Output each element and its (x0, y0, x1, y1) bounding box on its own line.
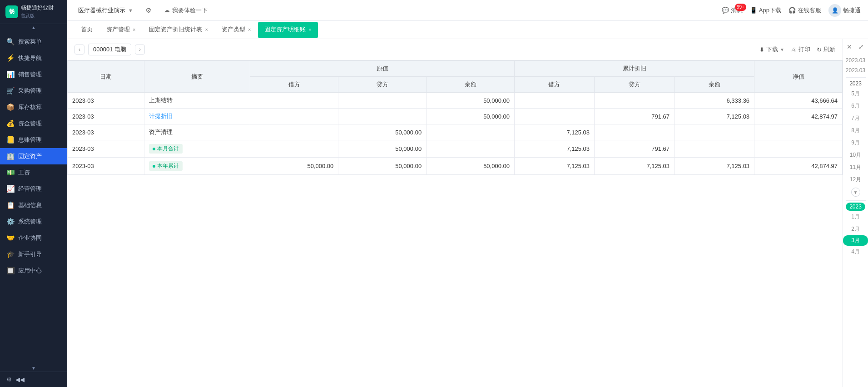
sidebar-item-label: 企业协同 (18, 234, 42, 242)
timeline-month-2[interactable]: 2月 (843, 223, 868, 235)
app-name: 畅捷通好业财 (21, 5, 54, 12)
online-service-button[interactable]: 🎧 在线客服 (789, 6, 821, 15)
timeline-month-10[interactable]: 10月 (843, 149, 868, 161)
col-summary: 摘要 (144, 61, 250, 93)
toolbar-right: ⬇ 下载 ▼ 🖨 打印 ↻ 刷新 (759, 45, 835, 54)
experience-label: 我要体验一下 (172, 6, 208, 15)
refresh-button[interactable]: ↻ 刷新 (817, 45, 835, 54)
system-icon: ⚙️ (6, 218, 15, 226)
timeline-month-8[interactable]: 8月 (843, 124, 868, 137)
sidebar-item-system[interactable]: ⚙️ 系统管理 (0, 213, 67, 230)
tab-depreciation-stats[interactable]: 固定资产折旧统计表 × (143, 22, 214, 38)
col-orig-balance: 余额 (427, 77, 515, 93)
tab-asset-detail-close[interactable]: × (308, 27, 311, 32)
company-dropdown-icon: ▼ (128, 8, 133, 13)
tab-asset-detail[interactable]: 固定资产明细账 × (258, 22, 317, 38)
tab-asset-type[interactable]: 资产类型 × (215, 22, 257, 38)
table-row: 2023-03计提折旧50,000.00791.677,125.0342,874… (68, 109, 843, 124)
timeline-year-2023-top: 2023 (849, 79, 862, 88)
company-name: 医疗器械行业演示 (78, 6, 125, 15)
timeline-month-3[interactable]: 3月 (843, 235, 868, 246)
sidebar-item-salary[interactable]: 💵 工资 (0, 164, 67, 181)
timeline-month-4[interactable]: 4月 (843, 246, 868, 258)
timeline-year-2023-bottom: 2023 (846, 203, 865, 211)
timeline-month-6[interactable]: 6月 (843, 100, 868, 112)
next-asset-button[interactable]: › (135, 45, 145, 55)
table-row: 2023-03本月合计50,000.007,125.03791.67 (68, 140, 843, 158)
panel-close-button[interactable]: ✕ (844, 42, 854, 52)
col-acc-balance: 余额 (675, 77, 754, 93)
sidebar-item-quick-nav[interactable]: ⚡ 快捷导航 (0, 50, 67, 66)
sidebar-item-ledger[interactable]: 📒 总账管理 (0, 132, 67, 148)
detail-area: ‹ 000001 电脑 › ⬇ 下载 ▼ 🖨 打印 (67, 39, 843, 387)
tab-asset-mgmt[interactable]: 资产管理 × (100, 22, 142, 38)
sidebar-item-label: 工资 (18, 169, 30, 177)
user-avatar: 👤 (828, 4, 841, 17)
prev-icon: ‹ (79, 46, 80, 53)
service-icon: 🎧 (789, 7, 796, 14)
timeline-month-7[interactable]: 7月 (843, 112, 868, 124)
scroll-bottom-indicator: ▼ (0, 365, 67, 372)
tab-asset-mgmt-close[interactable]: × (133, 27, 135, 32)
topbar-settings-button[interactable]: ⚙ (142, 4, 155, 17)
sidebar-item-fixed-assets[interactable]: 🏢 固定资产 (0, 148, 67, 164)
app-logo-icon: 畅 (5, 5, 18, 18)
timeline-month-11[interactable]: 11月 (843, 161, 868, 174)
summary-link[interactable]: 计提折旧 (149, 113, 173, 119)
print-button[interactable]: 🖨 打印 (791, 45, 810, 54)
topbar: 医疗器械行业演示 ▼ ⚙ ☁ 我要体验一下 💬 消息 99+ 📱 App下载 🎧… (67, 0, 868, 21)
tab-depreciation-stats-close[interactable]: × (205, 27, 208, 32)
sidebar-item-app-center[interactable]: 🔲 应用中心 (0, 263, 67, 279)
sidebar-item-search[interactable]: 🔍 搜索菜单 (0, 34, 67, 50)
table-row: 2023-03上期结转50,000.006,333.3643,666.64 (68, 93, 843, 109)
main-content: 医疗器械行业演示 ▼ ⚙ ☁ 我要体验一下 💬 消息 99+ 📱 App下载 🎧… (67, 0, 868, 387)
topbar-right: 💬 消息 99+ 📱 App下载 🎧 在线客服 👤 畅捷通 (722, 4, 861, 17)
download-button[interactable]: ⬇ 下载 ▼ (759, 45, 784, 54)
sidebar-item-inventory[interactable]: 📦 库存核算 (0, 99, 67, 115)
download-dropdown-icon: ▼ (780, 47, 784, 52)
sidebar-item-label: 采购管理 (18, 87, 42, 95)
salary-icon: 💵 (6, 169, 15, 177)
app-download-button[interactable]: 📱 App下载 (750, 6, 781, 15)
timeline-expand-button[interactable]: ▼ (851, 188, 860, 197)
col-original-value: 原值 (250, 61, 514, 77)
app-download-label: App下载 (759, 6, 781, 15)
experience-button[interactable]: ☁ 我要体验一下 (160, 5, 211, 16)
timeline-month-9[interactable]: 9月 (843, 137, 868, 149)
collapse-button[interactable]: ◀◀ (15, 376, 25, 383)
sidebar-item-sales[interactable]: 📊 销售管理 (0, 66, 67, 83)
col-acc-debit: 借方 (514, 77, 594, 93)
col-orig-debit: 借方 (250, 77, 338, 93)
page-content: ‹ 000001 电脑 › ⬇ 下载 ▼ 🖨 打印 (67, 39, 868, 387)
sidebar-item-funds[interactable]: 💰 资金管理 (0, 115, 67, 132)
table-wrapper: 日期 摘要 原值 累计折旧 净值 借方 贷方 余额 借方 贷方 余额 (67, 60, 843, 387)
timeline-month-1[interactable]: 1月 (843, 211, 868, 223)
collab-icon: 🤝 (6, 234, 15, 242)
month-tag-dot (153, 165, 155, 168)
ledger-icon: 📒 (6, 136, 15, 144)
sidebar-item-purchase[interactable]: 🛒 采购管理 (0, 83, 67, 99)
tab-home[interactable]: 首页 (74, 22, 99, 38)
sidebar-item-collab[interactable]: 🤝 企业协同 (0, 230, 67, 246)
timeline-month-5[interactable]: 5月 (843, 88, 868, 100)
sidebar-item-label: 库存核算 (18, 103, 42, 111)
print-icon: 🖨 (791, 46, 797, 53)
panel-expand-button[interactable]: ⤢ (856, 42, 866, 52)
prev-asset-button[interactable]: ‹ (74, 45, 84, 55)
sidebar-item-label: 资金管理 (18, 119, 42, 128)
timeline-separator-top (846, 77, 866, 78)
tab-asset-type-close[interactable]: × (248, 27, 251, 32)
tab-home-label: 首页 (81, 25, 93, 34)
sidebar-item-guide[interactable]: 🎓 新手引导 (0, 246, 67, 263)
company-selector[interactable]: 医疗器械行业演示 ▼ (74, 5, 137, 16)
sidebar-item-base-info[interactable]: 📋 基础信息 (0, 197, 67, 213)
summary-cell: 本年累计 (144, 158, 250, 175)
inventory-icon: 📦 (6, 103, 15, 111)
month-tag-dot (153, 148, 155, 150)
sidebar-settings-button[interactable]: ⚙ ◀◀ (0, 372, 67, 387)
user-menu[interactable]: 👤 畅捷通 (828, 4, 861, 17)
timeline-month-12[interactable]: 12月 (843, 174, 868, 186)
sidebar-item-label: 销售管理 (18, 70, 42, 79)
notifications-button[interactable]: 💬 消息 99+ (722, 6, 743, 15)
sidebar-item-operations[interactable]: 📈 经营管理 (0, 181, 67, 197)
